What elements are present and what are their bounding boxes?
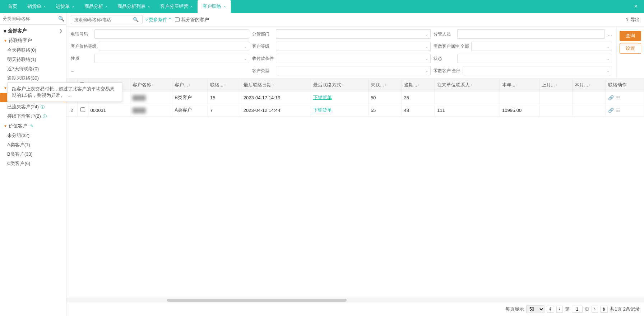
page-size-select[interactable]: 50 100 200 [526,305,545,313]
filter-status-select[interactable]: ⌄ [457,54,612,63]
th-no-contact[interactable]: 未联...↕ [368,79,402,91]
filter-cust-type-select[interactable]: ⌄ [276,66,431,75]
th-customer-type[interactable]: 客户...↕ [172,79,208,91]
filter-dept-select[interactable]: ⌄ [276,29,431,39]
sidebar-item-class-b[interactable]: B类客户(33) [0,150,66,159]
sidebar-collapse-btn[interactable]: ❯ [59,28,62,33]
close-all-btn[interactable]: × [631,3,641,10]
settings-button[interactable]: 设置 [620,43,641,54]
filter-retail-attr-select[interactable]: ⌄ [471,42,612,51]
table-row: 1 000039 ████ B类客户 15 2023-04-17 14:19: … [66,91,644,104]
filter-status-label: 状态 [434,56,455,62]
sidebar-item-tomorrow[interactable]: 明天待联络(1) [0,55,66,64]
sort-type-icon: ↕ [189,83,190,87]
th-history-contact[interactable]: 往来单位联系人↕ [435,79,500,91]
sidebar-item-today[interactable]: 今天待联络(0) [0,46,66,55]
prev-page-btn[interactable]: ‹ [556,306,563,313]
scrollbar-thumb[interactable] [167,299,347,302]
filter-phone-input[interactable] [94,29,249,39]
row2-grid-icon[interactable]: ☷ [616,108,620,113]
page-label: 第 [565,306,570,312]
th-name[interactable]: 客户名称↕ [130,79,172,91]
nav-customer-tier-close[interactable]: × [190,0,193,13]
page-unit: 页 [585,306,589,312]
sort-history-icon: ↕ [471,83,472,87]
row2-overdue: 48 [402,104,435,117]
row2-method[interactable]: 下销货单 [311,104,369,117]
chevron-up-icon: ⌃ [168,17,172,22]
th-last-month[interactable]: 上月...↕ [539,79,573,91]
filter-retail-select[interactable]: ⌄ [463,66,612,75]
row1-date: 2023-04-17 14:19: [241,91,311,104]
filter-mgr-select[interactable] [457,29,605,39]
filter-cust-level-label: 客户等级 [252,43,274,49]
tooltip-ellipsis[interactable]: ... [68,93,71,98]
nav-sales[interactable]: 销货单 × [22,0,51,13]
chevron-down-ctype: ⌄ [425,69,428,73]
row1-contact: 15 [208,91,241,104]
more-ellipsis[interactable]: ... [71,68,74,73]
sidebar-item-7days[interactable]: 近7天待联络(0) [0,64,66,74]
nav-sales-close[interactable]: × [43,0,46,13]
filter-payment-label: 收付款条件 [252,56,274,62]
sidebar-search-input[interactable] [3,16,57,21]
value-customers-group[interactable]: ▼ 价值客户 ✎ [0,121,66,131]
edit-icon[interactable]: ✎ [30,124,33,128]
row1-grid-icon[interactable]: ☷ [616,95,620,100]
nav-purchase[interactable]: 进货单 × [51,0,79,13]
table-row: 2 000031 ████ A类客户 7 2023-04-12 14:44: 下… [66,104,644,117]
filter-mgr-ellipsis[interactable]: ... [608,31,612,37]
row2-link-icon[interactable]: 🔗 [608,108,614,113]
nav-analysis-close[interactable]: × [105,0,107,13]
nav-customer-contact-close[interactable]: × [223,0,226,13]
nav-customer-tier[interactable]: 客户分层经营 × [155,0,198,13]
search-input[interactable] [74,17,131,22]
page-number-input[interactable] [572,306,583,313]
filter-retail-attr-label: 零散客户属性 全部 [434,43,469,49]
sidebar-item-class-a[interactable]: A类客户(1) [0,140,66,150]
my-customers-checkbox[interactable] [175,17,180,22]
nav-analysis[interactable]: 商品分析 × [79,0,112,13]
th-last-contact-method[interactable]: 最后联络方式↕ [311,79,369,91]
next-page-btn[interactable]: › [592,306,598,313]
sidebar-item-overdue[interactable]: 逾期未联络(30) [0,74,66,83]
last-page-btn[interactable]: ⟫ [600,306,608,313]
filter-payment-select[interactable]: ⌄ [276,54,431,63]
nav-analysis-list-close[interactable]: × [148,0,150,13]
filter-gender-select[interactable]: ⌄ [94,54,249,63]
sidebar-item-class-c[interactable]: C类客户(6) [0,159,66,168]
th-this-year[interactable]: 本年...↕ [500,79,539,91]
row1-link-icon[interactable]: 🔗 [608,95,614,100]
sidebar-item-declining[interactable]: 持续下滑客户(2) ⓘ [0,112,66,121]
th-overdue[interactable]: 逾期...↕ [402,79,435,91]
nav-purchase-close[interactable]: × [72,0,74,13]
th-this-month[interactable]: 本月...↕ [573,79,606,91]
sidebar-item-lost[interactable]: 已流失客户(24) ⓘ [0,102,66,112]
th-last-contact-date[interactable]: 最后联络日期↕ [241,79,311,91]
row2-checkbox-cell [77,104,88,117]
filter-gender: 性质 ⌄ [71,54,249,63]
nav-home[interactable]: 首页 [3,0,22,13]
filter-price-select[interactable]: ⌄ [99,42,249,51]
nav-customer-contact[interactable]: 客户联络 × [198,0,231,13]
th-contact[interactable]: 联络...↕ [208,79,241,91]
more-conditions-btn[interactable]: ▿ 更多条件 ⌃ [145,16,172,23]
filter-cust-level-select[interactable]: ⌄ [276,42,431,51]
horizontal-scrollbar[interactable] [66,298,644,302]
sidebar-item-ungroup[interactable]: 未分组(32) [0,131,66,140]
row2-year: 10995.00 [500,104,539,117]
row2-type: A类客户 [172,104,208,117]
query-button[interactable]: 查询 [620,31,641,41]
sidebar: 🔍 ■ 全部客户 ❯ ▼ 待联络客户 今天待联络(0) 明天待联络(1) 近7天… [0,13,66,316]
nav-analysis-list[interactable]: 商品分析列表 × [112,0,155,13]
sidebar-search-icon[interactable]: 🔍 [58,16,64,22]
row1-method[interactable]: 下销货单 [311,91,369,104]
filter-price-level: 客户价格等级 ⌄ [71,42,249,51]
main-layout: 🔍 ■ 全部客户 ❯ ▼ 待联络客户 今天待联络(0) 明天待联络(1) 近7天… [0,13,644,316]
search-icon[interactable]: 🔍 [133,17,139,22]
per-page-label: 每页显示 [505,306,524,312]
pending-contact-group[interactable]: ▼ 待联络客户 [0,36,66,46]
first-page-btn[interactable]: ⟪ [547,306,554,313]
row2-checkbox[interactable] [80,107,85,112]
export-btn[interactable]: ⇪ 导出 [625,16,640,23]
